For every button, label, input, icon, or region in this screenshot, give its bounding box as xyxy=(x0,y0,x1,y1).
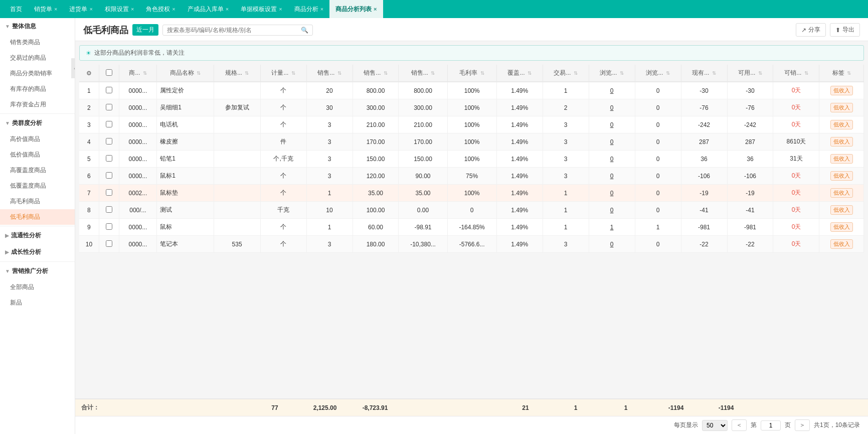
row-browse1[interactable]: 0 xyxy=(589,151,635,168)
sidebar-item-low-margin[interactable]: 低毛利商品 xyxy=(0,209,75,225)
search-icon[interactable]: 🔍 xyxy=(301,27,308,34)
col-gross-rate[interactable]: 毛利率 ⇅ xyxy=(447,65,496,82)
row-browse1[interactable]: 0 xyxy=(589,168,635,185)
col-spec[interactable]: 规格... ⇅ xyxy=(214,65,260,82)
row-browse2: 0 xyxy=(635,116,681,133)
row-sales-price: 150.00 xyxy=(353,151,399,168)
row-browse1[interactable]: 0 xyxy=(589,116,635,133)
row-checkbox[interactable] xyxy=(99,151,119,168)
col-settings[interactable]: ⚙ xyxy=(79,65,99,82)
sidebar-item-high-margin[interactable]: 高毛利商品 xyxy=(0,194,75,209)
col-avail[interactable]: 可用... ⇅ xyxy=(727,65,773,82)
sidebar-item-high-coverage[interactable]: 高覆盖度商品 xyxy=(0,163,75,178)
filter-recent-month-button[interactable]: 近一月 xyxy=(132,24,158,36)
row-checkbox[interactable] xyxy=(99,133,119,151)
col-unit[interactable]: 计量... ⇅ xyxy=(260,65,306,82)
row-browse1[interactable]: 0 xyxy=(589,82,635,99)
row-unit: 件 xyxy=(260,133,306,151)
search-input[interactable] xyxy=(167,27,301,34)
row-checkbox[interactable] xyxy=(99,116,119,133)
nav-product-in[interactable]: 产成品入库单 × xyxy=(182,0,235,18)
col-stock[interactable]: 现有... ⇅ xyxy=(681,65,727,82)
row-checkbox[interactable] xyxy=(99,99,119,116)
sidebar-group-overall[interactable]: ▼ 整体信息 xyxy=(0,18,75,35)
row-browse1[interactable]: 0 xyxy=(589,185,635,202)
nav-sales-order[interactable]: 销货单 × xyxy=(28,0,63,18)
sidebar-group-cluster[interactable]: ▼ 类群度分析 xyxy=(0,115,75,131)
sidebar-item-high-value[interactable]: 高价值商品 xyxy=(0,131,75,147)
row-checkbox[interactable] xyxy=(99,236,119,253)
col-browse1[interactable]: 浏览... ⇅ xyxy=(589,65,635,82)
row-browse1[interactable]: 0 xyxy=(589,99,635,116)
col-qty[interactable]: 销售... ⇅ xyxy=(306,65,353,82)
row-sales-amt: 210.00 xyxy=(399,116,447,133)
row-name: 属性定价 xyxy=(157,82,214,99)
share-button[interactable]: ↗ 分享 xyxy=(796,23,826,37)
row-checkbox[interactable] xyxy=(99,168,119,185)
sidebar-group-growth[interactable]: ▶ 成长性分析 xyxy=(0,244,75,260)
nav-product-analysis[interactable]: 商品分析 × xyxy=(288,0,329,18)
page-size-select[interactable]: 50 100 200 xyxy=(702,420,728,431)
sidebar-item-all-products[interactable]: 全部商品 xyxy=(0,279,75,295)
sidebar: « ▼ 整体信息 销售类商品 交易过的商品 商品分类助销率 有库存的商品 库存资… xyxy=(0,18,75,434)
row-qty: 3 xyxy=(306,133,353,151)
nav-home[interactable]: 首页 xyxy=(4,0,28,18)
prev-page-button[interactable]: ＜ xyxy=(732,419,747,431)
nav-product-analysis-list[interactable]: 商品分析列表 × xyxy=(329,0,383,18)
sidebar-item-category-sales-rate[interactable]: 商品分类助销率 xyxy=(0,66,75,81)
row-gross-rate: 100% xyxy=(447,99,496,116)
nav-purchase-order[interactable]: 进货单 × xyxy=(63,0,98,18)
nav-permission[interactable]: 权限设置 × xyxy=(99,0,140,18)
col-saleable[interactable]: 可销... ⇅ xyxy=(773,65,819,82)
row-code: 0000... xyxy=(119,236,157,253)
row-qty: 3 xyxy=(306,151,353,168)
col-checkbox[interactable] xyxy=(99,65,119,82)
row-sales-price: 170.00 xyxy=(353,133,399,151)
col-sales-amt[interactable]: 销售... ⇅ xyxy=(399,65,447,82)
sidebar-group-marketing[interactable]: ▼ 营销推广分析 xyxy=(0,263,75,279)
nav-close-role-auth[interactable]: × xyxy=(172,6,175,12)
nav-close-product-analysis[interactable]: × xyxy=(320,6,323,12)
nav-close-sales-order[interactable]: × xyxy=(54,6,57,12)
nav-close-product-in[interactable]: × xyxy=(226,6,229,12)
sidebar-item-stock-capital[interactable]: 库存资金占用 xyxy=(0,97,75,112)
nav-close-template[interactable]: × xyxy=(279,6,282,12)
select-all-checkbox[interactable] xyxy=(106,69,112,76)
row-browse1[interactable]: 0 xyxy=(589,202,635,219)
nav-template[interactable]: 单据模板设置 × xyxy=(235,0,288,18)
next-page-button[interactable]: ＞ xyxy=(795,419,810,431)
col-name[interactable]: 商品名称 ⇅ xyxy=(157,65,214,82)
col-tx-count[interactable]: 交易... ⇅ xyxy=(543,65,589,82)
row-browse1[interactable]: 0 xyxy=(589,133,635,151)
sidebar-item-sales-products[interactable]: 销售类商品 xyxy=(0,35,75,50)
page-number-input[interactable] xyxy=(761,420,781,430)
sidebar-collapse-btn[interactable]: « xyxy=(71,58,75,78)
sidebar-item-new-products[interactable]: 新品 xyxy=(0,295,75,311)
table-container[interactable]: ⚙ 商... ⇅ 商品名称 ⇅ 规格... ⇅ 计量... ⇅ 销售... ⇅ … xyxy=(79,65,864,398)
row-checkbox[interactable] xyxy=(99,202,119,219)
col-coverage[interactable]: 覆盖... ⇅ xyxy=(496,65,543,82)
row-index: 1 xyxy=(79,82,99,99)
row-checkbox[interactable] xyxy=(99,219,119,236)
row-browse1[interactable]: 1 xyxy=(589,219,635,236)
nav-close-purchase-order[interactable]: × xyxy=(89,6,92,12)
row-checkbox[interactable] xyxy=(99,82,119,99)
row-browse1[interactable]: 0 xyxy=(589,236,635,253)
sidebar-item-low-value[interactable]: 低价值商品 xyxy=(0,147,75,163)
sidebar-item-low-coverage[interactable]: 低覆盖度商品 xyxy=(0,178,75,194)
col-tag[interactable]: 标签 ⇅ xyxy=(819,65,864,82)
col-sales-price[interactable]: 销售... ⇅ xyxy=(353,65,399,82)
export-button[interactable]: ⬆ 导出 xyxy=(830,23,860,37)
row-saleable: 0天 xyxy=(773,168,819,185)
sidebar-item-in-stock[interactable]: 有库存的商品 xyxy=(0,81,75,97)
sidebar-group-flow[interactable]: ▶ 流通性分析 xyxy=(0,227,75,244)
nav-close-permission[interactable]: × xyxy=(131,6,134,12)
nav-close-product-analysis-list[interactable]: × xyxy=(374,6,377,12)
row-gross-rate: -5766.6... xyxy=(447,236,496,253)
table-row: 5 0000... 铅笔1 个,千克 3 150.00 150.00 100% … xyxy=(79,151,864,168)
nav-role-auth[interactable]: 角色授权 × xyxy=(140,0,181,18)
sidebar-item-traded-products[interactable]: 交易过的商品 xyxy=(0,50,75,66)
row-checkbox[interactable] xyxy=(99,185,119,202)
col-browse2[interactable]: 浏览... ⇅ xyxy=(635,65,681,82)
col-code[interactable]: 商... ⇅ xyxy=(119,65,157,82)
